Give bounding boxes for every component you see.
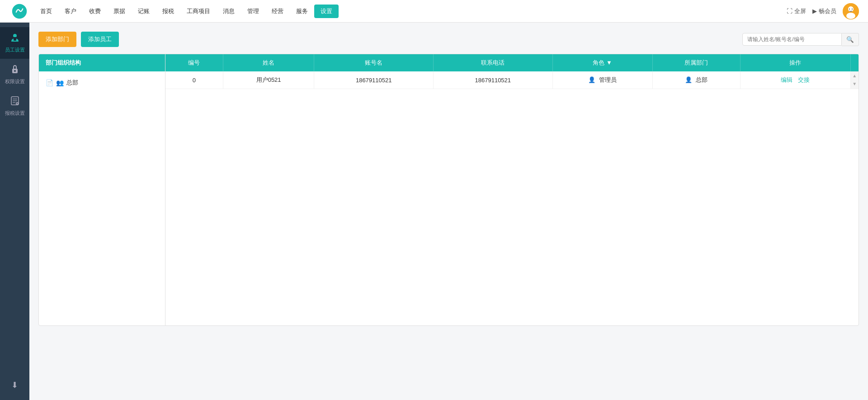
sidebar-label-employee: 员工设置 — [5, 47, 25, 53]
nav-home[interactable]: 首页 — [34, 5, 58, 18]
user-avatar[interactable] — [843, 3, 859, 19]
svg-point-3 — [846, 13, 855, 19]
sidebar-item-taxsettings[interactable]: 报税设置 — [0, 90, 29, 122]
role-label: 管理员 — [599, 76, 617, 83]
user-group-icon: 👥 — [56, 79, 64, 86]
search-button[interactable]: 🔍 — [842, 33, 859, 46]
cell-account: 18679110521 — [314, 71, 434, 89]
cell-actions: 编辑 交接 — [740, 71, 850, 89]
search-icon: 🔍 — [846, 36, 854, 43]
dept-user-icon: 👤 — [685, 76, 692, 83]
member-icon: ▶ — [812, 8, 817, 14]
nav-tax[interactable]: 报税 — [156, 5, 180, 18]
svg-point-5 — [852, 9, 853, 9]
sidebar: 员工设置 权限设置 报税设置 ⬇ — [0, 23, 29, 400]
dept-label: 总部 — [696, 76, 708, 83]
table-row: 0 用户0521 18679110521 18679110521 👤 管理员 👤… — [165, 71, 859, 89]
col-account: 账号名 — [314, 54, 434, 71]
employee-table: 编号 姓名 账号名 联系电话 角色 ▼ 所属部门 操作 0 用户0521 18 — [165, 54, 859, 89]
lock-icon — [10, 64, 19, 76]
nav-billing[interactable]: 收费 — [83, 5, 107, 18]
nav-settings[interactable]: 设置 — [314, 5, 339, 18]
fullscreen-button[interactable]: ⛶ 全屏 — [787, 7, 806, 15]
nav-message[interactable]: 消息 — [217, 5, 241, 18]
role-user-icon: 👤 — [588, 76, 595, 83]
department-tree: 部门组织结构 📄 👥 总部 — [39, 54, 165, 325]
top-right-actions: ⛶ 全屏 ▶ 畅会员 — [787, 3, 859, 19]
transfer-action[interactable]: 交接 — [798, 76, 810, 83]
nav-management[interactable]: 管理 — [241, 5, 265, 18]
cell-name: 用户0521 — [223, 71, 314, 89]
member-label: 畅会员 — [819, 7, 836, 15]
sidebar-label-permission: 权限设置 — [5, 78, 25, 85]
content-area: 部门组织结构 📄 👥 总部 编号 姓名 账号名 联系电话 角色 ▼ — [38, 54, 859, 326]
svg-point-9 — [14, 70, 16, 72]
app-logo — [5, 3, 34, 19]
col-id: 编号 — [165, 54, 223, 71]
col-action: 操作 — [740, 54, 850, 71]
nav-business[interactable]: 工商项目 — [180, 5, 217, 18]
sidebar-item-employee[interactable]: 员工设置 — [0, 27, 29, 59]
top-navigation: 首页 客户 收费 票据 记账 报税 工商项目 消息 管理 经营 服务 设置 ⛶ … — [0, 0, 868, 23]
svg-point-4 — [849, 9, 850, 9]
nav-service[interactable]: 服务 — [290, 5, 314, 18]
svg-point-6 — [13, 34, 17, 38]
col-dept: 所属部门 — [652, 54, 740, 71]
main-content: 添加部门 添加员工 🔍 部门组织结构 📄 👥 总部 — [29, 23, 868, 400]
download-icon: ⬇ — [11, 380, 18, 390]
tree-item-label: 总部 — [66, 79, 78, 87]
cell-phone: 18679110521 — [434, 71, 553, 89]
nav-menu: 首页 客户 收费 票据 记账 报税 工商项目 消息 管理 经营 服务 设置 — [34, 5, 787, 18]
cell-id: 0 — [165, 71, 223, 89]
sidebar-download[interactable]: ⬇ — [11, 375, 18, 395]
nav-customer[interactable]: 客户 — [58, 5, 83, 18]
table-header-row: 编号 姓名 账号名 联系电话 角色 ▼ 所属部门 操作 — [165, 54, 859, 71]
add-employee-button[interactable]: 添加员工 — [81, 32, 119, 47]
fullscreen-icon: ⛶ — [787, 8, 793, 14]
employee-table-panel: 编号 姓名 账号名 联系电话 角色 ▼ 所属部门 操作 0 用户0521 18 — [165, 54, 859, 325]
svg-rect-7 — [14, 37, 16, 41]
sidebar-label-taxsettings: 报税设置 — [5, 110, 25, 117]
sidebar-item-permission[interactable]: 权限设置 — [0, 59, 29, 90]
tree-content: 📄 👥 总部 — [39, 71, 165, 94]
member-button[interactable]: ▶ 畅会员 — [812, 7, 836, 15]
nav-accounting[interactable]: 记账 — [132, 5, 156, 18]
cell-role: 👤 管理员 — [552, 71, 652, 89]
tree-item-general[interactable]: 📄 👥 总部 — [46, 76, 158, 89]
add-department-button[interactable]: 添加部门 — [38, 32, 76, 47]
col-role[interactable]: 角色 ▼ — [552, 54, 652, 71]
fullscreen-label: 全屏 — [794, 7, 806, 15]
col-name: 姓名 — [223, 54, 314, 71]
search-area: 🔍 — [742, 33, 859, 46]
employee-icon — [10, 33, 20, 45]
svg-point-2 — [848, 6, 854, 12]
scroll-down-arrow[interactable]: ▼ — [851, 80, 859, 88]
nav-operation[interactable]: 经营 — [265, 5, 290, 18]
employee-toolbar: 添加部门 添加员工 🔍 — [38, 32, 859, 47]
tree-header: 部门组织结构 — [39, 54, 165, 71]
cell-dept: 👤 总部 — [652, 71, 740, 89]
search-input[interactable] — [742, 33, 842, 46]
col-phone: 联系电话 — [434, 54, 553, 71]
scroll-up-arrow[interactable]: ▲ — [851, 71, 859, 80]
tax-settings-icon — [10, 96, 20, 108]
file-icon: 📄 — [46, 79, 53, 86]
edit-action[interactable]: 编辑 — [781, 76, 793, 83]
nav-invoice[interactable]: 票据 — [107, 5, 132, 18]
